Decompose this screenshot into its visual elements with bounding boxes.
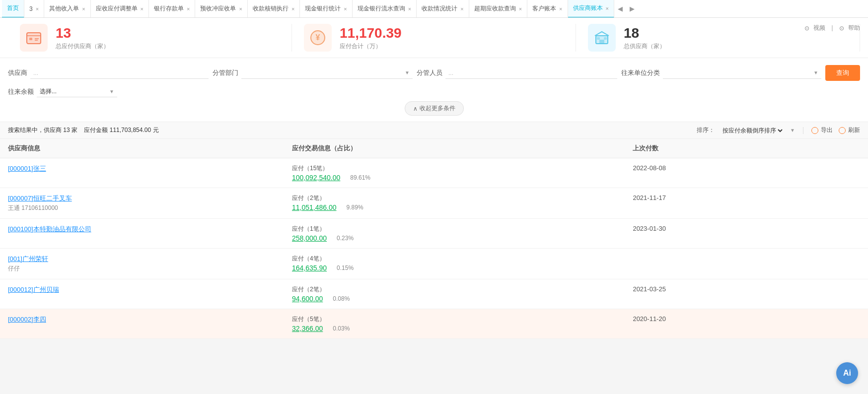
collapse-button[interactable]: ∧ 收起更多条件 bbox=[405, 101, 464, 116]
tab-ap-adjust[interactable]: 应收应付调整单 × bbox=[91, 0, 149, 18]
tx-label: 应付（4笔） bbox=[292, 255, 633, 263]
tx-percentage: 0.23% bbox=[337, 235, 354, 242]
export-button[interactable]: 导出 bbox=[811, 126, 833, 134]
col-header-supplier: 供应商信息 bbox=[8, 144, 292, 153]
category-select-wrapper: ▼ bbox=[663, 67, 822, 79]
last-pay-date: 2021-11-17 bbox=[633, 194, 666, 201]
close-icon[interactable]: × bbox=[559, 6, 562, 12]
tab-other-income[interactable]: 其他收入单 × bbox=[44, 0, 90, 18]
svg-rect-13 bbox=[604, 37, 607, 40]
video-link[interactable]: 视频 bbox=[813, 24, 825, 32]
transaction-col: 应付（2笔） 94,600.00 0.08% bbox=[292, 285, 633, 303]
chevron-down-icon-2: ▼ bbox=[813, 70, 818, 75]
close-icon[interactable]: × bbox=[408, 6, 411, 12]
supplier-link[interactable]: [000002]李四 bbox=[8, 315, 292, 324]
supplier-link[interactable]: [000012]广州贝瑞 bbox=[8, 285, 292, 294]
last-pay-date: 2022-08-08 bbox=[633, 164, 666, 172]
summary-row: 13 总应付供应商（家） ¥ 11,170.39 应付合计（万） bbox=[0, 18, 868, 58]
tx-amount-link[interactable]: 94,600.00 bbox=[292, 295, 323, 303]
tx-row: 94,600.00 0.08% bbox=[292, 295, 633, 303]
close-icon[interactable]: × bbox=[291, 6, 294, 12]
supplier-payable-icon bbox=[20, 24, 48, 52]
tab-customer-acct[interactable]: 客户账本 × bbox=[527, 0, 568, 18]
category-select[interactable] bbox=[666, 69, 814, 76]
tab-cash-bank-stat[interactable]: 现金银行统计 × bbox=[300, 0, 352, 18]
supplier-sub: 王通 17106110000 bbox=[8, 204, 58, 211]
supplier-field: 供应商 bbox=[8, 67, 209, 79]
last-pay-date: 2023-01-30 bbox=[633, 225, 666, 232]
help-link[interactable]: 帮助 bbox=[848, 24, 860, 32]
tx-percentage: 89.61% bbox=[350, 174, 370, 181]
chevron-down-icon-3: ▼ bbox=[109, 89, 114, 94]
tx-amount-link[interactable]: 11,051,486.00 bbox=[292, 203, 337, 211]
supplier-info-col: [001]广州荣轩 仔仔 bbox=[8, 255, 292, 273]
balance-select[interactable]: 选择... bbox=[40, 88, 109, 95]
person-input[interactable] bbox=[445, 67, 617, 79]
supplier-info-col: [000002]李四 bbox=[8, 315, 292, 325]
refresh-button[interactable]: 刷新 bbox=[839, 126, 860, 134]
tx-amount-link[interactable]: 32,366.00 bbox=[292, 325, 323, 332]
close-icon[interactable]: × bbox=[187, 6, 190, 12]
supplier-link[interactable]: [001]广州荣轩 bbox=[8, 255, 292, 263]
supplier-link[interactable]: [000007]恒旺二手叉车 bbox=[8, 194, 292, 203]
close-icon[interactable]: × bbox=[460, 6, 463, 12]
transaction-col: 应付（5笔） 32,366.00 0.03% bbox=[292, 315, 633, 332]
tab-3[interactable]: 3 × bbox=[24, 0, 44, 18]
query-button[interactable]: 查询 bbox=[825, 65, 860, 81]
tab-bank-deposit[interactable]: 银行存款单 × bbox=[149, 0, 195, 18]
close-icon[interactable]: × bbox=[606, 5, 609, 11]
transaction-col: 应付（2笔） 11,051,486.00 9.89% bbox=[292, 194, 633, 211]
tx-percentage: 0.15% bbox=[337, 264, 354, 271]
sort-select[interactable]: 按应付余额倒序排序 bbox=[721, 127, 784, 134]
balance-label: 往来余额 bbox=[8, 87, 34, 96]
tx-amount-link[interactable]: 258,000.00 bbox=[292, 234, 327, 242]
tx-row: 11,051,486.00 9.89% bbox=[292, 203, 633, 211]
nav-prev-arrow[interactable]: ◀ bbox=[614, 0, 626, 18]
table-row: [001]广州荣轩 仔仔 应付（4笔） 164,635.90 0.15% bbox=[0, 249, 868, 279]
lastpay-col: 2022-08-08 bbox=[633, 164, 860, 172]
export-radio-icon bbox=[811, 127, 818, 134]
tab-receive-exec[interactable]: 收款核销执行 × bbox=[248, 0, 300, 18]
supplier-info-col: [000100]本特勤油品有限公司 bbox=[8, 225, 292, 235]
tx-label: 应付（2笔） bbox=[292, 285, 633, 294]
top-right-links: ⊙ 视频 ｜ ⊙ 帮助 bbox=[804, 24, 860, 32]
supplier-link[interactable]: [000001]张三 bbox=[8, 164, 292, 173]
tx-label: 应付（2笔） bbox=[292, 194, 633, 202]
tx-amount-link[interactable]: 100,092,540.00 bbox=[292, 174, 340, 182]
results-bar: 搜索结果中，供应商 13 家 应付金额 111,703,854.00 元 排序：… bbox=[0, 122, 868, 139]
table-header: 供应商信息 应付交易信息（占比） 上次付数 bbox=[0, 139, 868, 158]
tx-amount-link[interactable]: 164,635.90 bbox=[292, 264, 327, 272]
tab-overdue-query[interactable]: 超期应收款查询 × bbox=[469, 0, 527, 18]
category-label: 往来单位分类 bbox=[621, 68, 660, 77]
tab-prepay-charge[interactable]: 预收冲应收单 × bbox=[195, 0, 247, 18]
tx-row: 164,635.90 0.15% bbox=[292, 264, 633, 272]
close-icon[interactable]: × bbox=[239, 6, 242, 12]
tx-label: 应付（15笔） bbox=[292, 164, 633, 173]
close-icon[interactable]: × bbox=[344, 6, 347, 12]
close-icon[interactable]: × bbox=[82, 6, 85, 12]
nav-next-arrow[interactable]: ▶ bbox=[626, 0, 638, 18]
transaction-col: 应付（15笔） 100,092,540.00 89.61% bbox=[292, 164, 633, 182]
tab-cash-bank-flow[interactable]: 现金银行流水查询 × bbox=[353, 0, 417, 18]
balance-row: 往来余额 选择... ▼ bbox=[8, 86, 860, 97]
tab-home[interactable]: 首页 bbox=[2, 0, 24, 18]
total-supplier-label: 总供应商（家） bbox=[624, 42, 665, 51]
table-row: [000002]李四 应付（5笔） 32,366.00 0.03% 2020-1… bbox=[0, 309, 868, 339]
svg-rect-3 bbox=[29, 38, 32, 40]
results-actions: 排序： 按应付余额倒序排序 ▼ 导出 刷新 bbox=[697, 126, 860, 134]
tab-receive-stat[interactable]: 收款情况统计 × bbox=[417, 0, 469, 18]
close-icon[interactable]: × bbox=[141, 6, 144, 12]
tx-percentage: 0.03% bbox=[333, 325, 350, 332]
tab-supplier-acct[interactable]: 供应商账本 × bbox=[568, 0, 614, 18]
close-icon[interactable]: × bbox=[519, 6, 522, 12]
transaction-col: 应付（1笔） 258,000.00 0.23% bbox=[292, 225, 633, 242]
tx-row: 100,092,540.00 89.61% bbox=[292, 174, 633, 182]
summary-info-amount: 11,170.39 应付合计（万） bbox=[340, 25, 402, 51]
dept-select[interactable] bbox=[244, 69, 405, 76]
total-amount-label: 应付合计（万） bbox=[340, 42, 402, 51]
close-icon[interactable]: × bbox=[36, 6, 39, 12]
supplier-link[interactable]: [000100]本特勤油品有限公司 bbox=[8, 225, 292, 234]
supplier-info-col: [000012]广州贝瑞 bbox=[8, 285, 292, 295]
category-field: 往来单位分类 ▼ bbox=[621, 67, 822, 79]
supplier-input[interactable] bbox=[30, 67, 209, 79]
